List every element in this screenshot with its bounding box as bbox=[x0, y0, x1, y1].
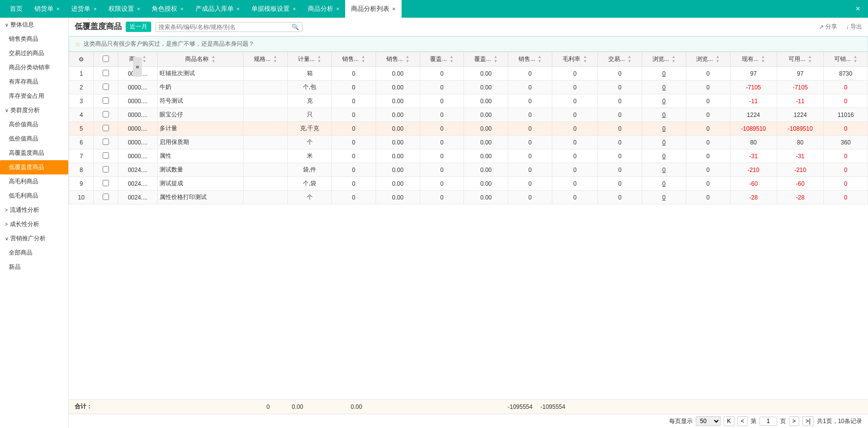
next-page-button[interactable]: > bbox=[789, 416, 799, 426]
nav-tab-home[interactable]: 首页 bbox=[4, 0, 28, 18]
row-checkbox[interactable] bbox=[94, 94, 118, 108]
sidebar-item-high-margin[interactable]: 高毛利商品 bbox=[0, 174, 68, 189]
sidebar-item-new-goods[interactable]: 新品 bbox=[0, 260, 68, 274]
row-checkbox[interactable] bbox=[94, 81, 118, 94]
row-name: 牛奶 bbox=[157, 81, 244, 94]
col-sellable[interactable]: 可销... ▲▼ bbox=[824, 52, 868, 67]
close-icon[interactable]: × bbox=[180, 0, 183, 18]
sidebar-item-all-goods[interactable]: 全部商品 bbox=[0, 246, 68, 260]
row-sales1: 0 bbox=[332, 94, 376, 108]
sidebar-item-category-rate[interactable]: 商品分类动销率 bbox=[0, 60, 68, 75]
row-unit: 个 bbox=[288, 136, 332, 149]
sidebar-section-growth[interactable]: > 成长性分析 bbox=[0, 217, 68, 231]
row-browse1[interactable]: 0 bbox=[642, 163, 686, 177]
row-sales3: 0 bbox=[508, 136, 552, 149]
select-all-checkbox[interactable] bbox=[103, 56, 109, 62]
sidebar-item-stock-capital[interactable]: 库存资金占用 bbox=[0, 89, 68, 103]
col-spec[interactable]: 规格... ▲▼ bbox=[244, 52, 288, 67]
nav-tab-roles[interactable]: 角色授权 × bbox=[146, 0, 189, 18]
row-browse1[interactable]: 0 bbox=[642, 94, 686, 108]
row-browse1[interactable]: 0 bbox=[642, 67, 686, 81]
row-browse1[interactable]: 0 bbox=[642, 177, 686, 191]
row-checkbox[interactable] bbox=[94, 108, 118, 122]
table-wrapper[interactable]: ⚙ 商... ▲▼ 商品名称 ▲▼ 规格... ▲▼ 计量... ▲▼ 销售..… bbox=[69, 52, 868, 399]
col-sales3[interactable]: 销售... ▲▼ bbox=[508, 52, 552, 67]
sidebar-section-liquidity[interactable]: > 流通性分析 bbox=[0, 203, 68, 217]
row-cover1: 0 bbox=[420, 163, 464, 177]
nav-tab-analysis-list[interactable]: 商品分析列表 × bbox=[345, 0, 401, 18]
search-input[interactable] bbox=[159, 24, 292, 30]
nav-tab-perms[interactable]: 权限设置 × bbox=[103, 0, 146, 18]
col-cover1[interactable]: 覆盖... ▲▼ bbox=[420, 52, 464, 67]
close-icon[interactable]: × bbox=[137, 0, 140, 18]
row-checkbox[interactable] bbox=[94, 177, 118, 191]
sidebar-section-cluster[interactable]: ∨ 类群度分析 bbox=[0, 103, 68, 117]
sidebar-section-cluster-label: 类群度分析 bbox=[10, 106, 40, 114]
search-icon[interactable]: 🔍 bbox=[292, 24, 299, 30]
page-size-select[interactable]: 20 50 100 bbox=[696, 416, 721, 426]
row-checkbox[interactable] bbox=[94, 136, 118, 149]
row-code: 0024.... bbox=[118, 177, 158, 191]
nav-tab-purchase[interactable]: 进货单 × bbox=[65, 0, 102, 18]
close-icon[interactable]: × bbox=[336, 0, 339, 18]
row-checkbox[interactable] bbox=[94, 122, 118, 136]
sidebar-section-general[interactable]: ∨ 整体信息 bbox=[0, 18, 68, 32]
prev-page-button[interactable]: < bbox=[737, 416, 748, 426]
col-current[interactable]: 现有... ▲▼ bbox=[730, 52, 777, 67]
row-cover1: 0 bbox=[420, 122, 464, 136]
sidebar-item-low-margin[interactable]: 低毛利商品 bbox=[0, 189, 68, 203]
share-button[interactable]: ↗ 分享 bbox=[819, 23, 837, 31]
col-sales2[interactable]: 销售... ▲▼ bbox=[376, 52, 420, 67]
close-icon[interactable]: × bbox=[56, 0, 59, 18]
col-trade[interactable]: 交易... ▲▼ bbox=[598, 52, 642, 67]
row-browse1[interactable]: 0 bbox=[642, 149, 686, 163]
row-browse1[interactable]: 0 bbox=[642, 108, 686, 122]
col-unit[interactable]: 计量... ▲▼ bbox=[288, 52, 332, 67]
export-button[interactable]: ↓ 导出 bbox=[846, 23, 862, 31]
row-avail: 1224 bbox=[777, 108, 823, 122]
close-icon[interactable]: × bbox=[293, 0, 296, 18]
row-browse1[interactable]: 0 bbox=[642, 191, 686, 204]
row-sales2: 0.00 bbox=[376, 122, 420, 136]
row-checkbox[interactable] bbox=[94, 149, 118, 163]
filter-recent-month-button[interactable]: 近一月 bbox=[126, 22, 151, 32]
row-sales1: 0 bbox=[332, 136, 376, 149]
sidebar-item-sales-goods[interactable]: 销售类商品 bbox=[0, 32, 68, 46]
sidebar-item-high-coverage[interactable]: 高覆盖度商品 bbox=[0, 146, 68, 160]
col-checkbox[interactable] bbox=[94, 52, 118, 67]
sidebar-item-traded-goods[interactable]: 交易过的商品 bbox=[0, 46, 68, 60]
col-name[interactable]: 商品名称 ▲▼ bbox=[157, 52, 244, 67]
col-cover2[interactable]: 覆盖... ▲▼ bbox=[464, 52, 508, 67]
nav-tab-products[interactable]: 产成品入库单 × bbox=[190, 0, 245, 18]
col-gross[interactable]: 毛利率 ▲▼ bbox=[552, 52, 598, 67]
nav-tab-sales[interactable]: 销货单 × bbox=[28, 0, 65, 18]
window-close-button[interactable]: × bbox=[852, 4, 864, 13]
sidebar-item-high-value[interactable]: 高价值商品 bbox=[0, 117, 68, 132]
close-icon[interactable]: × bbox=[237, 0, 240, 18]
col-avail[interactable]: 可用... ▲▼ bbox=[777, 52, 823, 67]
row-name: 符号测试 bbox=[157, 94, 244, 108]
row-checkbox[interactable] bbox=[94, 163, 118, 177]
sidebar-item-low-value[interactable]: 低价值商品 bbox=[0, 132, 68, 146]
row-checkbox[interactable] bbox=[94, 67, 118, 81]
col-browse1[interactable]: 浏览... ▲▼ bbox=[642, 52, 686, 67]
sidebar-item-stocked-goods[interactable]: 有库存商品 bbox=[0, 75, 68, 89]
col-sales1[interactable]: 销售... ▲▼ bbox=[332, 52, 376, 67]
last-page-button[interactable]: >| bbox=[802, 416, 814, 426]
row-browse1[interactable]: 0 bbox=[642, 81, 686, 94]
first-page-button[interactable]: K bbox=[724, 416, 734, 426]
page-number-input[interactable] bbox=[760, 417, 777, 426]
row-sales3: 0 bbox=[508, 191, 552, 204]
row-checkbox[interactable] bbox=[94, 191, 118, 204]
close-icon[interactable]: × bbox=[93, 0, 96, 18]
nav-tab-analysis[interactable]: 商品分析 × bbox=[302, 0, 345, 18]
col-settings[interactable]: ⚙ bbox=[69, 52, 94, 67]
row-browse1[interactable]: 0 bbox=[642, 136, 686, 149]
sidebar-section-marketing[interactable]: ∨ 营销推广分析 bbox=[0, 231, 68, 246]
col-browse2[interactable]: 浏览... ▲▼ bbox=[686, 52, 730, 67]
nav-tab-templates[interactable]: 单据模板设置 × bbox=[245, 0, 301, 18]
sidebar-collapse-button[interactable]: « bbox=[133, 57, 142, 77]
sidebar-item-low-coverage[interactable]: 低覆盖度商品 bbox=[0, 160, 68, 174]
row-browse1[interactable]: 0 bbox=[642, 122, 686, 136]
close-icon[interactable]: × bbox=[392, 0, 395, 18]
